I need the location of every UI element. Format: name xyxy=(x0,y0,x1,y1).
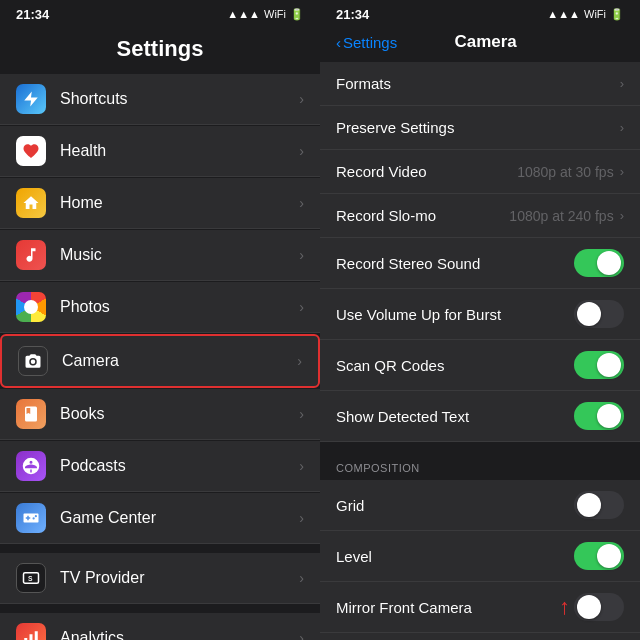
settings-item-podcasts[interactable]: Podcasts › xyxy=(0,441,320,492)
right-item-record-slomo[interactable]: Record Slo-mo 1080p at 240 fps › xyxy=(320,194,640,238)
settings-item-photos[interactable]: Photos › xyxy=(0,282,320,333)
red-arrow-indicator: ↑ xyxy=(559,594,570,620)
show-text-label: Show Detected Text xyxy=(336,408,574,425)
mirror-toggle[interactable] xyxy=(574,593,624,621)
right-item-volume-burst[interactable]: Use Volume Up for Burst xyxy=(320,289,640,340)
show-text-toggle[interactable] xyxy=(574,402,624,430)
right-item-scan-qr[interactable]: Scan QR Codes xyxy=(320,340,640,391)
health-chevron: › xyxy=(299,143,304,159)
books-icon xyxy=(16,399,46,429)
home-label: Home xyxy=(60,194,299,212)
music-icon xyxy=(16,240,46,270)
podcasts-label: Podcasts xyxy=(60,457,299,475)
camera-page-title: Camera xyxy=(397,32,574,52)
right-item-record-video[interactable]: Record Video 1080p at 30 fps › xyxy=(320,150,640,194)
right-nav: ‹ Settings Camera xyxy=(320,28,640,62)
shortcuts-label: Shortcuts xyxy=(60,90,299,108)
section-gap-1 xyxy=(0,545,320,553)
composition-header: COMPOSITION xyxy=(320,442,640,480)
home-icon xyxy=(16,188,46,218)
settings-list: Shortcuts › Health › Home › xyxy=(0,74,320,640)
settings-item-analytics[interactable]: Analytics › xyxy=(0,613,320,640)
settings-title: Settings xyxy=(16,36,304,62)
camera-label: Camera xyxy=(62,352,297,370)
right-status-bar: 21:34 ▲▲▲ WiFi 🔋 xyxy=(320,0,640,28)
right-time: 21:34 xyxy=(336,7,369,22)
level-toggle[interactable] xyxy=(574,542,624,570)
tvprovider-icon: S xyxy=(16,563,46,593)
left-status-icons: ▲▲▲ WiFi 🔋 xyxy=(227,8,304,21)
scan-qr-label: Scan QR Codes xyxy=(336,357,574,374)
photos-chevron: › xyxy=(299,299,304,315)
record-slomo-chevron: › xyxy=(620,208,624,223)
grid-toggle[interactable] xyxy=(574,491,624,519)
volume-burst-toggle[interactable] xyxy=(574,300,624,328)
gamecenter-label: Game Center xyxy=(60,509,299,527)
svg-text:S: S xyxy=(28,575,33,582)
record-slomo-label: Record Slo-mo xyxy=(336,207,509,224)
preserve-chevron: › xyxy=(620,120,624,135)
settings-item-shortcuts[interactable]: Shortcuts › xyxy=(0,74,320,125)
right-item-preserve[interactable]: Preserve Settings › xyxy=(320,106,640,150)
podcasts-chevron: › xyxy=(299,458,304,474)
gamecenter-chevron: › xyxy=(299,510,304,526)
settings-item-tvprovider[interactable]: S TV Provider › xyxy=(0,553,320,604)
right-list: Formats › Preserve Settings › Record Vid… xyxy=(320,62,640,640)
back-button[interactable]: ‹ Settings xyxy=(336,34,397,51)
tvprovider-label: TV Provider xyxy=(60,569,299,587)
books-label: Books xyxy=(60,405,299,423)
volume-burst-label: Use Volume Up for Burst xyxy=(336,306,574,323)
camera-icon xyxy=(18,346,48,376)
books-chevron: › xyxy=(299,406,304,422)
mirror-label: Mirror Front Camera xyxy=(336,599,559,616)
right-item-grid[interactable]: Grid xyxy=(320,480,640,531)
record-video-value: 1080p at 30 fps xyxy=(517,164,614,180)
right-item-show-text[interactable]: Show Detected Text xyxy=(320,391,640,442)
left-panel: 21:34 ▲▲▲ WiFi 🔋 Settings Shortcuts › xyxy=(0,0,320,640)
settings-item-home[interactable]: Home › xyxy=(0,178,320,229)
camera-chevron: › xyxy=(297,353,302,369)
record-video-chevron: › xyxy=(620,164,624,179)
settings-item-books[interactable]: Books › xyxy=(0,389,320,440)
grid-label: Grid xyxy=(336,497,574,514)
shortcuts-chevron: › xyxy=(299,91,304,107)
level-label: Level xyxy=(336,548,574,565)
photos-icon xyxy=(16,292,46,322)
right-item-mirror[interactable]: Mirror Front Camera ↑ xyxy=(320,582,640,633)
tvprovider-chevron: › xyxy=(299,570,304,586)
camera-main-section: Formats › Preserve Settings › Record Vid… xyxy=(320,62,640,442)
back-chevron-icon: ‹ xyxy=(336,34,341,51)
analytics-chevron: › xyxy=(299,630,304,640)
left-time: 21:34 xyxy=(16,7,49,22)
left-status-bar: 21:34 ▲▲▲ WiFi 🔋 xyxy=(0,0,320,28)
right-item-level[interactable]: Level xyxy=(320,531,640,582)
analytics-icon xyxy=(16,623,46,640)
left-header: Settings xyxy=(0,28,320,74)
right-panel: 21:34 ▲▲▲ WiFi 🔋 ‹ Settings Camera Forma… xyxy=(320,0,640,640)
right-status-icons: ▲▲▲ WiFi 🔋 xyxy=(547,8,624,21)
shortcuts-icon xyxy=(16,84,46,114)
svg-rect-3 xyxy=(30,634,33,640)
record-slomo-value: 1080p at 240 fps xyxy=(509,208,613,224)
home-chevron: › xyxy=(299,195,304,211)
right-item-view-outside[interactable]: View Outside the Frame xyxy=(320,633,640,640)
podcasts-icon xyxy=(16,451,46,481)
stereo-toggle[interactable] xyxy=(574,249,624,277)
photos-label: Photos xyxy=(60,298,299,316)
back-label: Settings xyxy=(343,34,397,51)
formats-chevron: › xyxy=(620,76,624,91)
music-label: Music xyxy=(60,246,299,264)
music-chevron: › xyxy=(299,247,304,263)
right-item-stereo[interactable]: Record Stereo Sound xyxy=(320,238,640,289)
right-item-formats[interactable]: Formats › xyxy=(320,62,640,106)
svg-rect-4 xyxy=(35,631,38,640)
settings-item-health[interactable]: Health › xyxy=(0,126,320,177)
health-label: Health xyxy=(60,142,299,160)
stereo-label: Record Stereo Sound xyxy=(336,255,574,272)
record-video-label: Record Video xyxy=(336,163,517,180)
settings-item-music[interactable]: Music › xyxy=(0,230,320,281)
section-gap-2 xyxy=(0,605,320,613)
settings-item-gamecenter[interactable]: Game Center › xyxy=(0,493,320,544)
settings-item-camera[interactable]: Camera › xyxy=(0,334,320,388)
scan-qr-toggle[interactable] xyxy=(574,351,624,379)
